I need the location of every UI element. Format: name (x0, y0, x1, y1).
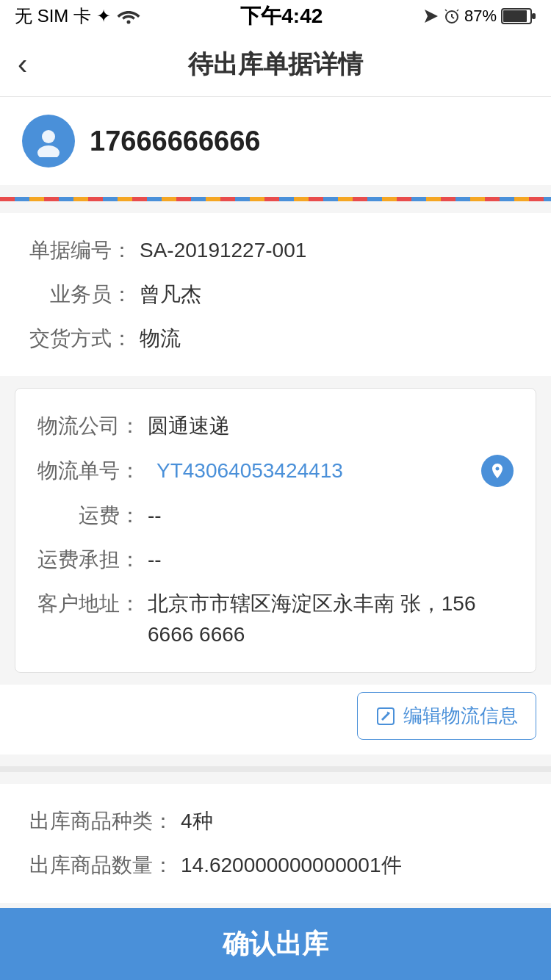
address-label: 客户地址： (37, 588, 148, 619)
svg-line-6 (457, 10, 458, 11)
svg-line-5 (445, 10, 447, 11)
edit-icon (375, 706, 396, 727)
avatar (22, 115, 75, 167)
section-divider (0, 766, 551, 772)
delivery-value: 物流 (140, 323, 522, 354)
order-info-section: 单据编号： SA-20191227-001 业务员： 曾凡杰 交货方式： 物流 (0, 213, 551, 376)
freight-label: 运费： (37, 500, 148, 531)
tracking-no-label: 物流单号： (37, 455, 148, 486)
freight-row: 运费： -- (37, 500, 514, 531)
outbound-quantity-label: 出库商品数量： (29, 850, 181, 881)
svg-point-11 (37, 145, 60, 157)
wifi-icon (117, 8, 140, 24)
salesperson-value: 曾凡杰 (140, 279, 522, 310)
tracking-no-row: 物流单号： YT43064053424413 (37, 455, 514, 487)
edit-logistics-label: 编辑物流信息 (403, 703, 518, 729)
order-no-value: SA-20191227-001 (140, 235, 522, 266)
svg-marker-1 (425, 10, 438, 23)
delivery-row: 交货方式： 物流 (29, 323, 522, 354)
freight-bearer-value: -- (148, 544, 514, 575)
order-no-row: 单据编号： SA-20191227-001 (29, 235, 522, 266)
logistics-company-row: 物流公司： 圆通速递 (37, 411, 514, 442)
map-pin-icon (489, 462, 506, 480)
location-arrow-icon (423, 8, 439, 24)
battery-text: 87% (464, 7, 497, 26)
battery-icon (501, 7, 536, 26)
salesperson-label: 业务员： (29, 279, 140, 310)
svg-point-10 (42, 130, 55, 143)
outbound-quantity-value: 14.620000000000001件 (181, 850, 522, 881)
salesperson-row: 业务员： 曾凡杰 (29, 279, 522, 310)
back-button[interactable]: ‹ (18, 48, 27, 81)
outbound-types-value: 4种 (181, 806, 522, 837)
location-icon[interactable] (481, 455, 514, 487)
alarm-icon (444, 8, 460, 24)
outbound-info-section: 出库商品种类： 4种 出库商品数量： 14.620000000000001件 (0, 784, 551, 903)
logistics-company-label: 物流公司： (37, 411, 148, 442)
outbound-quantity-row: 出库商品数量： 14.620000000000001件 (29, 850, 522, 881)
edit-logistics-area: 编辑物流信息 (0, 685, 551, 754)
address-row: 客户地址： 北京市市辖区海淀区永丰南 张，156 6666 6666 (37, 588, 514, 650)
delivery-label: 交货方式： (29, 323, 140, 354)
freight-value: -- (148, 500, 514, 531)
status-time: 下午4:42 (240, 2, 323, 30)
sim-status: 无 SIM 卡 ✦ (15, 4, 111, 28)
avatar-icon (32, 125, 65, 157)
status-left: 无 SIM 卡 ✦ (15, 4, 140, 28)
nav-bar: ‹ 待出库单据详情 (0, 32, 551, 97)
order-no-label: 单据编号： (29, 235, 140, 266)
status-right: 87% (423, 7, 536, 26)
svg-point-0 (126, 21, 130, 24)
outbound-types-row: 出库商品种类： 4种 (29, 806, 522, 837)
page-title: 待出库单据详情 (188, 48, 363, 82)
logistics-company-value: 圆通速递 (148, 411, 514, 442)
confirm-label: 确认出库 (223, 926, 328, 962)
edit-logistics-button[interactable]: 编辑物流信息 (357, 692, 536, 740)
tracking-no-value: YT43064053424413 (156, 455, 472, 486)
logistics-section: 物流公司： 圆通速递 物流单号： YT43064053424413 运费： --… (15, 388, 536, 673)
dashed-divider (0, 197, 551, 201)
svg-line-4 (452, 17, 454, 18)
freight-bearer-row: 运费承担： -- (37, 544, 514, 575)
outbound-types-label: 出库商品种类： (29, 806, 181, 837)
freight-bearer-label: 运费承担： (37, 544, 148, 575)
address-value: 北京市市辖区海淀区永丰南 张，156 6666 6666 (148, 588, 514, 650)
svg-rect-8 (503, 10, 527, 22)
confirm-bar[interactable]: 确认出库 (0, 908, 551, 980)
customer-phone: 17666666666 (90, 126, 260, 157)
svg-rect-9 (532, 13, 536, 19)
status-bar: 无 SIM 卡 ✦ 下午4:42 87% (0, 0, 551, 32)
customer-header: 17666666666 (0, 97, 551, 185)
